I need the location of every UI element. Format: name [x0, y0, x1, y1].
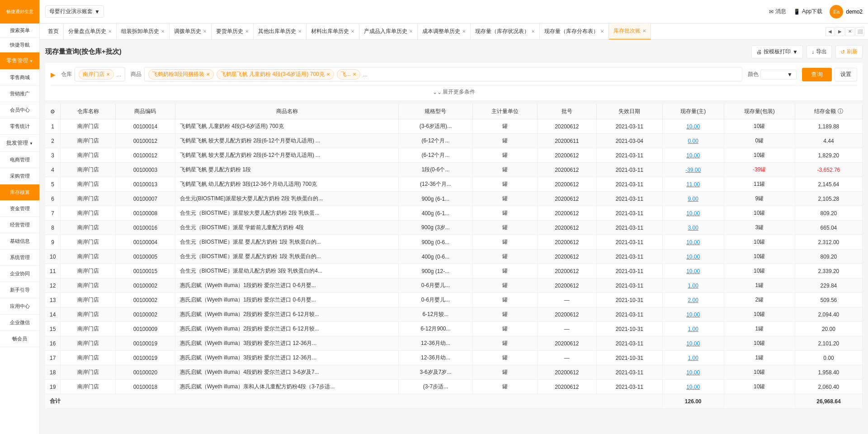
sidebar-item-marketing[interactable]: 营销推广 — [0, 86, 39, 102]
user-menu[interactable]: Ea demo2 — [830, 5, 863, 19]
table-row: 18 南岸门店 00100020 惠氏启赋（Wyeth illuma）4段奶粉 … — [45, 365, 863, 380]
sidebar-item-cooperation[interactable]: 企业协同 — [0, 266, 39, 282]
tab-batch-ledger[interactable]: 库存批次账✕ — [609, 24, 651, 40]
expand-more-btn[interactable]: ⌄⌄ 展开更多条件 — [433, 88, 475, 96]
tab-inventory-check[interactable]: 分量盘点单历史✕ — [64, 24, 117, 40]
page-actions: 🖨 按模板打印 ▼ ↓ 导出 ↺ 刷新 — [751, 45, 863, 58]
tab-inventory-dist[interactable]: 现存量（库存分布表）✕ — [540, 24, 609, 40]
row-qty-main[interactable]: 10.00 — [662, 336, 724, 351]
tab-close-icon[interactable]: ✕ — [409, 29, 413, 34]
account-dropdown[interactable]: 母婴行业演示账套 ▼ — [45, 5, 104, 18]
row-qty-main[interactable]: 0.00 — [662, 134, 724, 148]
tab-close-icon[interactable]: ✕ — [462, 29, 466, 34]
tab-close-icon[interactable]: ✕ — [531, 29, 535, 34]
row-qty-main[interactable]: 11.00 — [662, 177, 724, 192]
warehouse-input[interactable]: 南岸门店 ✕ ... — [75, 67, 125, 81]
tab-close-all-btn[interactable]: ✕ — [845, 27, 854, 36]
settings-button[interactable]: 设置 — [835, 68, 857, 81]
row-qty-main[interactable]: 10.00 — [662, 365, 724, 380]
refresh-btn[interactable]: ↺ 刷新 — [835, 45, 863, 58]
data-table: ⚙ 仓库名称 商品编码 商品名称 规格型号 主计量单位 批号 失效日期 现存量(… — [45, 104, 863, 409]
remove-product1-btn[interactable]: ✕ — [206, 72, 210, 77]
tab-otherout[interactable]: 其他出库单历史✕ — [254, 24, 307, 40]
row-warehouse: 南岸门店 — [61, 293, 116, 307]
row-qty-main[interactable]: -39.00 — [662, 163, 724, 177]
sidebar-item-search[interactable]: 搜索英单 — [0, 24, 39, 38]
row-qty-main[interactable]: 10.00 — [662, 235, 724, 250]
row-unit: 罐 — [472, 293, 537, 307]
row-qty-main[interactable]: 1.00 — [662, 278, 724, 293]
filter-expand-btn[interactable]: ▶ — [51, 71, 56, 78]
row-qty-main[interactable]: 10.00 — [662, 264, 724, 278]
sidebar-item-quicknav[interactable]: 快捷导航 — [0, 38, 39, 52]
row-qty-main[interactable]: 9.00 — [662, 192, 724, 206]
row-qty-main[interactable]: 10.00 — [662, 148, 724, 163]
table-row: 14 南岸门店 00100002 惠氏启赋（Wyeth illuma）2段奶粉 … — [45, 307, 863, 322]
th-settings[interactable]: ⚙ — [45, 104, 61, 119]
app-download-btn[interactable]: 📱 App下载 — [793, 8, 822, 15]
print-btn[interactable]: 🖨 按模板打印 ▼ — [751, 45, 803, 58]
tab-close-icon[interactable]: ✕ — [203, 29, 207, 34]
warehouse-more[interactable]: ... — [117, 71, 121, 78]
sidebar-item-management[interactable]: 经营管理 — [0, 217, 39, 233]
sidebar-item-member[interactable]: 会员中心 — [0, 102, 39, 118]
sidebar-item-wholesale[interactable]: 批发管理 ▼ — [0, 135, 39, 152]
tab-close-icon[interactable]: ✕ — [245, 29, 249, 34]
tab-close-icon[interactable]: ✕ — [161, 29, 165, 34]
message-btn[interactable]: ✉ 消息 — [769, 8, 786, 15]
sidebar-item-retail[interactable]: 零售管理 ▼ — [0, 52, 39, 70]
row-no: 13 — [45, 293, 61, 307]
row-qty-main[interactable]: 10.00 — [662, 380, 724, 394]
row-qty-main[interactable]: 10.00 — [662, 206, 724, 221]
sidebar-item-inventory[interactable]: 库存核算 — [0, 184, 39, 201]
tab-close-icon[interactable]: ✕ — [600, 29, 604, 34]
tab-transfer[interactable]: 调拨单历史✕ — [170, 24, 212, 40]
row-qty-main[interactable]: 10.00 — [662, 119, 724, 134]
tab-materialout[interactable]: 材料出库单历史✕ — [307, 24, 359, 40]
remove-warehouse-btn[interactable]: ✕ — [106, 72, 110, 77]
row-name: 惠氏启赋（Wyeth illuma）1段奶粉 爱尔兰进口 0-6月婴... — [175, 293, 399, 307]
product-more[interactable]: ... — [363, 71, 368, 78]
tab-inventory-status[interactable]: 现存量（库存状况表）✕ — [471, 24, 540, 40]
tab-home[interactable]: 首页 — [43, 24, 64, 40]
topbar-right: ✉ 消息 📱 App下载 Ea demo2 — [769, 5, 863, 19]
row-qty-main[interactable]: 10.00 — [662, 250, 724, 264]
remove-product2-btn[interactable]: ✕ — [326, 72, 330, 77]
sidebar-item-guide[interactable]: 新手引导 — [0, 282, 39, 298]
tab-next-btn[interactable]: ▶ — [835, 27, 844, 36]
sidebar-item-finance[interactable]: 资金管理 — [0, 201, 39, 217]
tab-close-icon[interactable]: ✕ — [642, 28, 646, 33]
product-input[interactable]: 飞鹤奶粉3段同捆搭装 ✕ 飞鹤星飞帆 儿童奶粉 4段(3-6岁适用) 700克 … — [144, 67, 742, 81]
row-qty-main[interactable]: 1.00 — [662, 351, 724, 365]
sidebar-item-appcenter[interactable]: 应用中心 — [0, 298, 39, 315]
row-qty-main[interactable]: 2.00 — [662, 293, 724, 307]
export-btn[interactable]: ↓ 导出 — [807, 45, 832, 58]
row-qty-main[interactable]: 3.00 — [662, 221, 724, 235]
sidebar-item-retailshop[interactable]: 零售商城 — [0, 70, 39, 86]
tab-more-btn[interactable]: ⬜ — [855, 27, 864, 36]
sidebar-item-purchase[interactable]: 采购管理 — [0, 168, 39, 184]
sidebar-item-vip[interactable]: 畅会员 — [0, 331, 39, 347]
remove-product3-btn[interactable]: ✕ — [353, 72, 356, 77]
tab-productin[interactable]: 产成品入库单历史✕ — [359, 24, 418, 40]
row-qty-main[interactable]: 10.00 — [662, 307, 724, 322]
row-no: 17 — [45, 351, 61, 365]
tab-prev-btn[interactable]: ◀ — [826, 27, 835, 36]
sidebar-item-retailstat[interactable]: 零售统计 — [0, 118, 39, 135]
tab-costadjust[interactable]: 成本调整单历史✕ — [418, 24, 471, 40]
row-qty-main[interactable]: 1.00 — [662, 322, 724, 336]
query-button[interactable]: 查询 — [802, 68, 832, 81]
sidebar-item-ecommerce[interactable]: 电商管理 — [0, 152, 39, 168]
tab-close-icon[interactable]: ✕ — [298, 29, 302, 34]
row-expire: 2021-10-31 — [597, 351, 663, 365]
tab-close-icon[interactable]: ✕ — [108, 29, 112, 34]
row-name: 惠氏启赋（Wyeth illuma）2段奶粉 爱尔兰进口 6-12月较... — [175, 307, 399, 322]
tab-assemble[interactable]: 组装拆卸单历史✕ — [117, 24, 170, 40]
color-dropdown[interactable]: ▼ — [760, 70, 797, 80]
tab-close-icon[interactable]: ✕ — [351, 29, 354, 34]
sidebar-item-system[interactable]: 系统管理 — [0, 250, 39, 266]
row-unit: 罐 — [472, 278, 537, 293]
sidebar-item-basicinfo[interactable]: 基础信息 — [0, 233, 39, 250]
sidebar-item-wechat[interactable]: 企业微信 — [0, 315, 39, 331]
tab-order[interactable]: 要货单历史✕ — [212, 24, 254, 40]
